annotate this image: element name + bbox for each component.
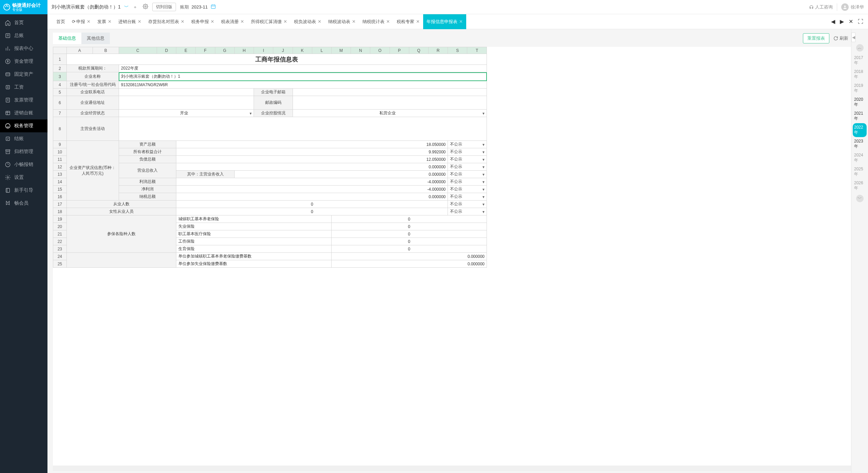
sidebar-item-reimburse[interactable]: 小畅报销 — [0, 158, 47, 171]
cell[interactable]: 0 — [331, 215, 487, 223]
cell[interactable] — [119, 96, 254, 110]
col-header[interactable]: C — [119, 47, 157, 54]
subtab-other[interactable]: 其他信息 — [81, 33, 110, 44]
tab[interactable]: 年报信息申报表✕ — [423, 14, 466, 29]
year-item[interactable]: 2021年 — [853, 109, 867, 123]
row-header[interactable]: 10 — [53, 148, 67, 156]
dropdown-cell[interactable]: 不公示▼ — [448, 148, 487, 156]
rail-collapse-icon[interactable]: ◀ — [851, 33, 855, 42]
cell[interactable]: 刘小艳演示账套（勿删勿动！）1 — [119, 72, 487, 81]
consult-link[interactable]: 人工咨询 — [809, 4, 833, 10]
year-item[interactable]: 2020年 — [853, 95, 867, 109]
sidebar-item-member[interactable]: 畅会员 — [0, 197, 47, 210]
row-header[interactable]: 11 — [53, 156, 67, 163]
col-header[interactable]: H — [234, 47, 254, 54]
col-header[interactable]: I — [254, 47, 273, 54]
tab[interactable]: 纳税统计表✕ — [359, 14, 393, 29]
cell[interactable]: 单位参加城镇职工基本养老保险缴费基数 — [176, 253, 332, 260]
cell[interactable]: 企业联系电话 — [66, 89, 119, 96]
row-header[interactable]: 3 — [53, 72, 67, 81]
col-header[interactable]: B — [93, 47, 119, 54]
cell[interactable]: 纳税总额 — [119, 193, 176, 201]
tab-close-icon[interactable]: ✕ — [211, 19, 214, 24]
subtab-basic[interactable]: 基础信息 — [53, 33, 81, 44]
sidebar-item-payroll[interactable]: 工资 — [0, 81, 47, 94]
fullscreen-icon[interactable]: ⛶ — [856, 17, 865, 26]
cell[interactable]: 企业通信地址 — [66, 96, 119, 110]
cell[interactable]: 职工基本医疗保险 — [176, 230, 332, 238]
cell[interactable]: 注册号/统一社会信用代码 — [66, 81, 119, 89]
tab[interactable]: ⟳申报✕ — [68, 14, 94, 29]
row-header[interactable]: 18 — [53, 208, 67, 215]
calendar-icon[interactable] — [211, 4, 216, 10]
year-item[interactable]: 2023年 — [853, 137, 867, 151]
cell[interactable]: 0 — [331, 223, 487, 230]
tab-close-icon[interactable]: ✕ — [87, 19, 91, 24]
col-header[interactable]: E — [176, 47, 196, 54]
cell[interactable]: 邮政编码 — [254, 96, 293, 110]
cell[interactable] — [119, 89, 254, 96]
cell[interactable] — [293, 89, 487, 96]
tab[interactable]: 纳税波动表✕ — [325, 14, 359, 29]
cell[interactable]: 负债总额 — [119, 156, 176, 163]
cell[interactable]: 0 — [331, 230, 487, 238]
row-header[interactable]: 22 — [53, 238, 67, 245]
year-up-icon[interactable]: ︿ — [856, 44, 864, 52]
tabs-prev-icon[interactable]: ◀ — [829, 17, 837, 26]
cell[interactable] — [293, 96, 487, 110]
tab-close-icon[interactable]: ✕ — [283, 19, 287, 24]
cell[interactable]: 净利润 — [119, 186, 176, 193]
row-header[interactable]: 21 — [53, 230, 67, 238]
dropdown-cell[interactable]: 私营企业▼ — [293, 110, 487, 117]
cell[interactable]: 0 — [331, 238, 487, 245]
cell[interactable]: 其中：主营业务收入 — [176, 171, 235, 178]
dropdown-cell[interactable]: 不公示▼ — [448, 201, 487, 208]
col-header[interactable]: P — [390, 47, 409, 54]
sidebar-item-ledger[interactable]: 总账 — [0, 29, 47, 42]
cell[interactable]: 91320811MA7NGR2W6R — [119, 81, 487, 89]
col-header[interactable]: S — [448, 47, 467, 54]
cell[interactable]: 2022年度 — [119, 65, 487, 72]
tab[interactable]: 税检专家✕ — [393, 14, 423, 29]
spreadsheet[interactable]: ABCDEFGHIJKLMNOPQRST1工商年报信息表2税款所属期间：2022… — [53, 47, 851, 471]
dropdown-cell[interactable]: 开业▼ — [119, 110, 254, 117]
col-header[interactable]: O — [370, 47, 390, 54]
row-header[interactable]: 12 — [53, 163, 67, 171]
cell[interactable]: 利润总额 — [119, 178, 176, 186]
tab[interactable]: 税表清册✕ — [218, 14, 248, 29]
sidebar-item-reports[interactable]: 报表中心 — [0, 42, 47, 55]
cell[interactable]: 0.000000 — [234, 171, 448, 178]
dropdown-cell[interactable]: 不公示▼ — [448, 171, 487, 178]
row-header[interactable]: 13 — [53, 171, 67, 178]
cell[interactable]: 参保各险种人数 — [66, 215, 176, 253]
tab[interactable]: 存货别名对照表✕ — [145, 14, 188, 29]
cell[interactable]: 城镇职工基本养老保险 — [176, 215, 332, 223]
cell[interactable]: 9.992000 — [176, 148, 448, 156]
row-header[interactable]: 9 — [53, 141, 67, 148]
sheet-corner[interactable] — [53, 47, 67, 54]
sidebar-item-close-period[interactable]: 结账 — [0, 132, 47, 145]
sidebar-item-home[interactable]: 首页 — [0, 16, 47, 29]
sidebar-item-tax[interactable]: 税务管理 — [0, 119, 47, 132]
row-header[interactable]: 16 — [53, 193, 67, 201]
row-header[interactable]: 1 — [53, 54, 67, 65]
dropdown-cell[interactable]: 不公示▼ — [448, 193, 487, 201]
col-header[interactable]: A — [66, 47, 93, 54]
tab[interactable]: 首页 — [53, 14, 68, 29]
tab-close-icon[interactable]: ✕ — [318, 19, 321, 24]
row-header[interactable]: 4 — [53, 81, 67, 89]
row-header[interactable]: 14 — [53, 178, 67, 186]
tab[interactable]: 税务申报✕ — [188, 14, 218, 29]
row-header[interactable]: 2 — [53, 65, 67, 72]
row-header[interactable]: 15 — [53, 186, 67, 193]
row-header[interactable]: 6 — [53, 96, 67, 110]
cell[interactable]: 12.050000 — [176, 156, 448, 163]
tab-close-icon[interactable]: ✕ — [138, 19, 141, 24]
cell[interactable]: -4.000000 — [176, 178, 448, 186]
cell[interactable]: 0.000000 — [176, 163, 448, 171]
row-header[interactable]: 24 — [53, 253, 67, 260]
tab-close-icon[interactable]: ✕ — [181, 19, 184, 24]
row-header[interactable]: 19 — [53, 215, 67, 223]
tab-close-icon[interactable]: ✕ — [352, 19, 356, 24]
col-header[interactable]: F — [196, 47, 215, 54]
